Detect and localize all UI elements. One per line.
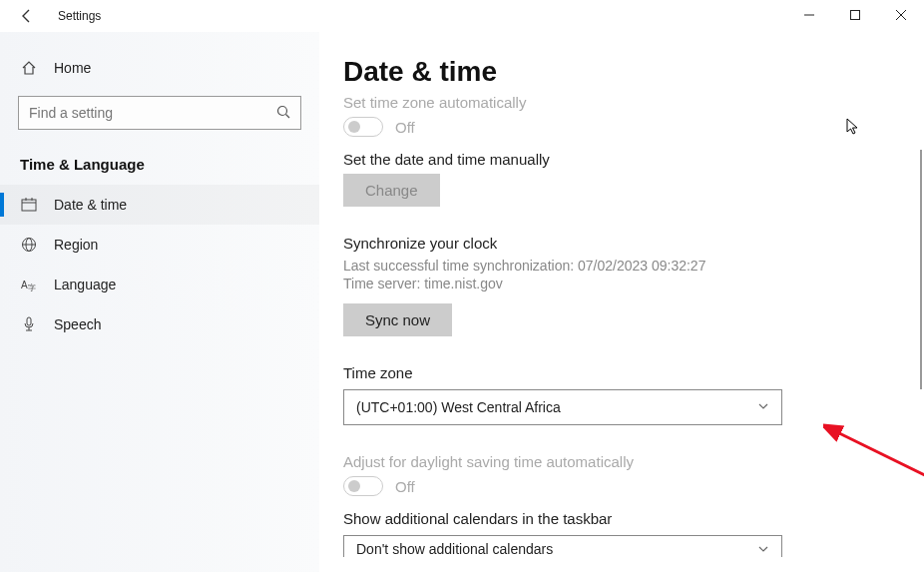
search-input-container[interactable]: [18, 96, 301, 130]
page-title: Date & time: [343, 56, 888, 88]
sidebar-item-date-time[interactable]: Date & time: [0, 185, 319, 225]
search-icon: [276, 105, 290, 122]
svg-rect-15: [27, 317, 31, 325]
svg-rect-6: [22, 200, 36, 211]
calendars-value: Don't show additional calendars: [356, 541, 553, 557]
sidebar-item-label: Speech: [54, 316, 101, 332]
sidebar: Home Time & Language Date & time Region …: [0, 32, 319, 572]
timezone-value: (UTC+01:00) West Central Africa: [356, 399, 561, 415]
sidebar-item-label: Language: [54, 277, 116, 292]
maximize-icon: [850, 10, 860, 20]
sync-now-button[interactable]: Sync now: [343, 303, 452, 336]
last-sync-text: Last successful time synchronization: 07…: [343, 258, 888, 274]
sync-heading: Synchronize your clock: [343, 235, 888, 252]
chevron-down-icon: [757, 543, 769, 557]
language-icon: A字: [20, 277, 38, 292]
svg-line-5: [286, 114, 290, 118]
sidebar-item-label: Region: [54, 237, 98, 253]
svg-text:A: A: [21, 280, 28, 290]
title-bar: Settings: [0, 0, 924, 32]
sidebar-item-region[interactable]: Region: [0, 225, 319, 265]
close-icon: [896, 10, 906, 20]
svg-rect-1: [851, 11, 860, 20]
window-title: Settings: [58, 9, 101, 23]
change-button[interactable]: Change: [343, 174, 440, 207]
minimize-button[interactable]: [786, 0, 832, 30]
close-button[interactable]: [878, 0, 924, 30]
svg-point-4: [278, 106, 287, 115]
dst-label: Adjust for daylight saving time automati…: [343, 453, 888, 470]
dst-state: Off: [395, 478, 415, 495]
search-input[interactable]: [29, 105, 276, 121]
auto-timezone-toggle: [343, 117, 383, 137]
timezone-label: Time zone: [343, 364, 888, 381]
scrollbar[interactable]: [920, 150, 922, 389]
minimize-icon: [804, 10, 814, 20]
home-button[interactable]: Home: [0, 54, 319, 82]
section-header: Time & Language: [0, 130, 319, 185]
calendars-label: Show additional calendars in the taskbar: [343, 510, 888, 527]
globe-icon: [20, 237, 38, 253]
timezone-select[interactable]: (UTC+01:00) West Central Africa: [343, 389, 782, 425]
clock-icon: [20, 197, 38, 213]
auto-timezone-label: Set time zone automatically: [343, 94, 888, 111]
sidebar-item-speech[interactable]: Speech: [0, 304, 319, 344]
home-icon: [20, 60, 38, 76]
chevron-down-icon: [757, 400, 769, 414]
time-server-text: Time server: time.nist.gov: [343, 276, 888, 291]
auto-timezone-state: Off: [395, 119, 415, 136]
svg-text:字: 字: [28, 284, 36, 292]
mic-icon: [20, 316, 38, 332]
home-label: Home: [54, 60, 91, 76]
calendars-select[interactable]: Don't show additional calendars: [343, 535, 782, 557]
main-content: Date & time Set time zone automatically …: [319, 32, 924, 572]
dst-toggle: [343, 476, 383, 496]
back-button[interactable]: [14, 3, 40, 29]
sidebar-item-language[interactable]: A字 Language: [0, 265, 319, 304]
manual-date-label: Set the date and time manually: [343, 151, 888, 168]
sidebar-item-label: Date & time: [54, 197, 127, 213]
arrow-left-icon: [19, 8, 35, 24]
maximize-button[interactable]: [832, 0, 878, 30]
